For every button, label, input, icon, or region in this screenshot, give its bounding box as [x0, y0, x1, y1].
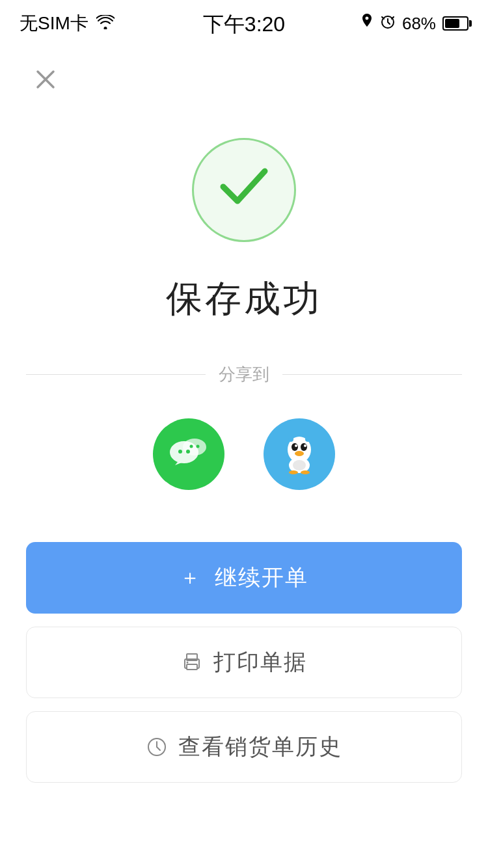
svg-point-14	[295, 451, 304, 456]
share-divider: 分享到	[26, 363, 462, 386]
main-content: 保存成功 分享到	[0, 99, 488, 783]
svg-point-20	[305, 437, 310, 442]
svg-point-13	[304, 444, 306, 447]
battery-percentage: 68%	[402, 14, 436, 34]
wechat-share-button[interactable]	[153, 418, 224, 490]
battery-icon	[442, 16, 468, 31]
close-button[interactable]	[26, 60, 65, 99]
svg-point-4	[183, 439, 206, 455]
svg-point-10	[291, 443, 298, 451]
svg-point-11	[301, 443, 307, 451]
success-title: 保存成功	[166, 275, 322, 324]
status-bar: 无SIM卡 下午3:20 68%	[0, 0, 488, 47]
status-time: 下午3:20	[203, 10, 285, 39]
svg-point-8	[197, 445, 200, 448]
share-label: 分享到	[219, 363, 269, 386]
svg-point-5	[178, 450, 182, 454]
share-section: 分享到	[26, 363, 462, 490]
continue-button[interactable]: ＋ 继续开单	[26, 542, 462, 614]
svg-point-12	[295, 444, 297, 447]
status-left: 无SIM卡	[20, 11, 115, 36]
svg-point-19	[288, 437, 293, 442]
svg-rect-23	[187, 664, 197, 670]
location-icon	[360, 14, 373, 34]
history-label: 查看销货单历史	[178, 732, 342, 762]
carrier-label: 无SIM卡	[20, 11, 88, 36]
continue-label: 继续开单	[215, 563, 308, 593]
status-right: 68%	[360, 14, 468, 34]
svg-point-24	[187, 662, 189, 664]
success-indicator	[192, 138, 296, 242]
svg-point-16	[293, 460, 306, 470]
qq-share-button[interactable]	[264, 418, 335, 490]
checkmark-icon	[218, 163, 270, 217]
print-icon	[181, 651, 203, 673]
print-label: 打印单据	[213, 647, 307, 677]
svg-point-7	[190, 445, 193, 448]
print-button[interactable]: 打印单据	[26, 627, 462, 698]
wifi-icon	[96, 13, 115, 34]
alarm-icon	[380, 14, 396, 34]
svg-point-17	[289, 470, 298, 474]
svg-point-18	[301, 470, 310, 474]
history-button[interactable]: 查看销货单历史	[26, 711, 462, 783]
nav-bar	[0, 47, 488, 99]
share-icons	[26, 418, 462, 490]
history-icon	[146, 736, 168, 758]
plus-icon: ＋	[180, 563, 202, 592]
action-buttons: ＋ 继续开单 打印单据 查看销货单历史	[26, 542, 462, 783]
svg-point-6	[186, 450, 190, 454]
